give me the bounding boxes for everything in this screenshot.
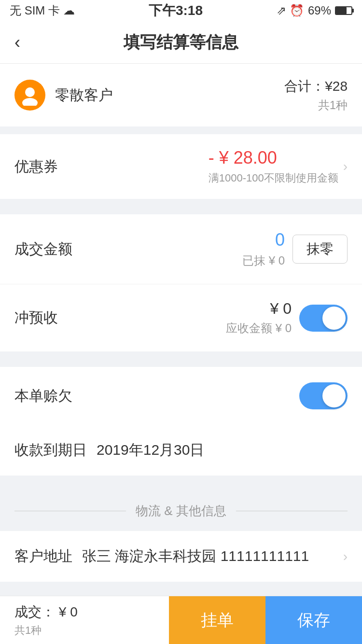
address-chevron-icon: › — [343, 549, 348, 564]
round-button[interactable]: 抹零 — [292, 235, 348, 264]
due-date-label: 收款到期日 — [14, 440, 87, 460]
customer-row: 零散客户 合计：¥28 共1种 — [0, 64, 362, 126]
coupon-value-group: - ¥ 28.00 满1000-100不限制使用金额 — [209, 148, 338, 185]
bottom-deal-value: ¥ 0 — [59, 604, 78, 619]
coupon-sub: 满1000-100不限制使用金额 — [209, 171, 338, 185]
customer-right: 合计：¥28 共1种 — [284, 77, 348, 113]
coupon-label: 优惠券 — [14, 157, 58, 177]
customer-avatar — [14, 80, 45, 111]
save-button[interactable]: 保存 — [265, 596, 362, 644]
customer-left: 零散客户 — [14, 80, 113, 111]
customer-count: 共1种 — [284, 98, 348, 113]
prepaid-row: 冲预收 ¥ 0 应收金额 ¥ 0 — [0, 284, 362, 351]
due-date-value: 2019年12月30日 — [97, 440, 204, 460]
logistics-text: 物流 & 其他信息 — [136, 503, 226, 519]
prepaid-value: ¥ 0 — [226, 300, 292, 318]
prepaid-value-group: ¥ 0 应收金额 ¥ 0 — [226, 300, 292, 336]
coupon-row[interactable]: 优惠券 - ¥ 28.00 满1000-100不限制使用金额 › — [0, 134, 362, 199]
prepaid-toggle[interactable] — [299, 305, 348, 332]
avatar-icon — [19, 84, 41, 106]
logistics-header: 物流 & 其他信息 — [0, 491, 362, 531]
back-button[interactable]: ‹ — [14, 32, 20, 53]
bottom-deal-count: 共1种 — [14, 623, 154, 638]
logistics-line-left — [14, 511, 126, 511]
coupon-amount: - ¥ 28.00 — [209, 148, 338, 168]
section-divider-2 — [0, 359, 362, 367]
bottom-bar: 成交： ¥ 0 共1种 挂单 保存 — [0, 596, 362, 644]
bottom-deal-row: 成交： ¥ 0 — [14, 603, 154, 621]
address-label: 客户地址 — [14, 546, 72, 566]
battery-percent: 69% — [308, 4, 331, 17]
page-title: 填写结算等信息 — [124, 31, 238, 54]
section-divider-3 — [0, 483, 362, 491]
deal-amount-section: 成交金额 0 已抹 ¥ 0 抹零 冲预收 ¥ 0 应收金额 ¥ 0 — [0, 214, 362, 351]
hang-button[interactable]: 挂单 — [169, 596, 265, 644]
section-divider-1 — [0, 207, 362, 214]
prepaid-sub: 应收金额 ¥ 0 — [226, 321, 292, 336]
deal-amount-value-group: 0 已抹 ¥ 0 — [242, 230, 285, 268]
deal-amount-right: 0 已抹 ¥ 0 抹零 — [242, 230, 348, 268]
content: 零散客户 合计：¥28 共1种 优惠券 - ¥ 28.00 满1000-100不… — [0, 64, 362, 644]
customer-name: 零散客户 — [55, 85, 113, 105]
deal-amount-row: 成交金额 0 已抹 ¥ 0 抹零 — [0, 214, 362, 284]
debit-section: 本单赊欠 收款到期日 2019年12月30日 — [0, 367, 362, 476]
debit-toggle-knob — [322, 384, 346, 407]
debit-row: 本单赊欠 — [0, 367, 362, 425]
status-right: ⇗ ⏰ 69% — [277, 4, 352, 17]
debit-toggle[interactable] — [299, 382, 348, 409]
battery-icon: ⇗ ⏰ — [277, 4, 304, 17]
address-row[interactable]: 客户地址 张三 海淀永丰科技园 11111111111 › — [0, 531, 362, 582]
toggle-knob — [322, 307, 346, 330]
bottom-deal-label: 成交： — [14, 604, 55, 619]
prepaid-right: ¥ 0 应收金额 ¥ 0 — [226, 300, 348, 336]
deal-amount-value: 0 — [242, 230, 285, 250]
nav-bar: ‹ 填写结算等信息 — [0, 21, 362, 64]
coupon-chevron-icon: › — [343, 159, 348, 174]
status-bar: 无 SIM 卡 ☁ 下午3:18 ⇗ ⏰ 69% — [0, 0, 362, 21]
deal-amount-label: 成交金额 — [14, 239, 72, 259]
status-left: 无 SIM 卡 ☁ — [10, 3, 75, 18]
battery-bar — [335, 6, 352, 15]
bottom-summary: 成交： ¥ 0 共1种 — [0, 603, 169, 638]
address-value: 张三 海淀永丰科技园 11111111111 — [82, 546, 343, 566]
svg-point-1 — [22, 98, 38, 106]
debit-label: 本单赊欠 — [14, 386, 72, 406]
due-date-row: 收款到期日 2019年12月30日 — [0, 425, 362, 476]
signal-text: 无 SIM 卡 ☁ — [10, 3, 75, 18]
status-time: 下午3:18 — [149, 1, 203, 20]
logistics-line-right — [236, 511, 348, 511]
customer-total: 合计：¥28 — [284, 77, 348, 96]
svg-point-0 — [25, 87, 35, 97]
coupon-right: - ¥ 28.00 满1000-100不限制使用金额 › — [209, 148, 348, 185]
deal-amount-sub: 已抹 ¥ 0 — [242, 253, 285, 268]
prepaid-label: 冲预收 — [14, 308, 58, 328]
debit-right — [299, 382, 348, 409]
